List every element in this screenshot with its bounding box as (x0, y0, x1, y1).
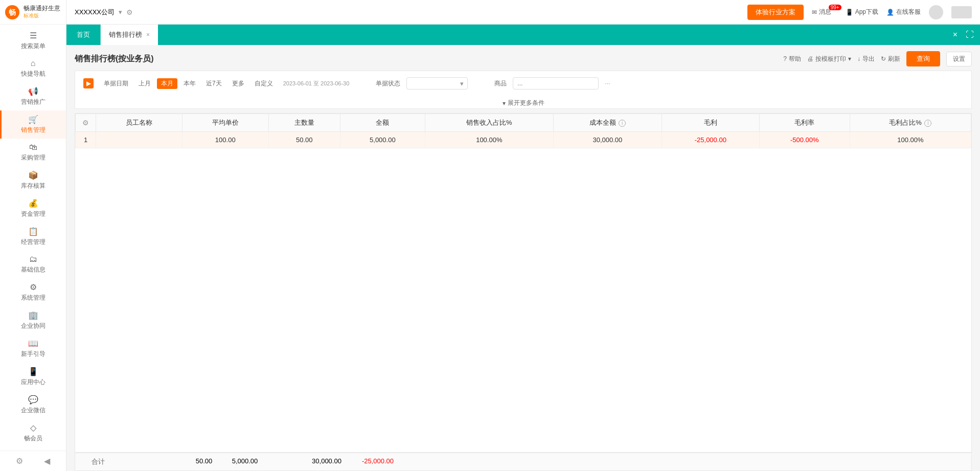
expand-conditions-btn[interactable]: ▾ 展开更多条件 (75, 96, 971, 108)
sidebar-item-shortcut[interactable]: ⌂ 快捷导航 (0, 55, 66, 82)
date-tab-more[interactable]: 更多 (228, 78, 248, 89)
settings-button[interactable]: 设置 (946, 52, 972, 66)
tab-maximize-icon[interactable]: ⛶ (964, 28, 976, 41)
goods-input[interactable] (513, 77, 599, 89)
export-icon: ↓ (857, 55, 860, 62)
tab-close-icon[interactable]: × (146, 31, 150, 38)
goods-label: 商品 (494, 79, 507, 88)
sidebar-item-wechat[interactable]: 💬 企业微信 (0, 391, 66, 419)
sidebar-settings-icon[interactable]: ⚙ (16, 456, 23, 466)
cell-gross: -25,000.00 (662, 132, 759, 148)
sidebar-item-marketing[interactable]: 📢 营销推广 (0, 82, 66, 110)
date-tab-current-month[interactable]: 本月 (157, 78, 177, 89)
gross-pct-info-icon[interactable]: i (924, 120, 931, 127)
cell-gross-pct: 100.00% (850, 132, 971, 148)
more-fields-icon[interactable]: ··· (605, 80, 610, 87)
page-inner: 销售排行榜(按业务员) ? 帮助 🖨 按模板打印 ▾ ↓ 导出 (66, 45, 980, 471)
settings-icon[interactable]: ⚙ (126, 8, 133, 16)
sidebar-item-app[interactable]: 📱 应用中心 (0, 363, 66, 391)
help-button[interactable]: ? 帮助 (783, 55, 801, 63)
filter-main-row: ▶ 单据日期 上月 本月 本年 近7天 更多 自定义 2023-06-01 至 … (75, 71, 971, 96)
footer-amount: 5,000.00 (224, 457, 265, 466)
sidebar-item-finance[interactable]: 💰 资金管理 (0, 194, 66, 222)
th-gross: 毛利 (662, 114, 759, 132)
app-download-button[interactable]: 📱 App下载 (846, 8, 878, 16)
th-employee: 员工名称 (96, 114, 183, 132)
sidebar-item-guide[interactable]: 📖 新手引导 (0, 334, 66, 363)
help-icon: ? (783, 55, 787, 62)
logo-title: 畅康通好生意 (24, 5, 60, 13)
query-button[interactable]: 查询 (906, 51, 940, 66)
user-avatar[interactable] (929, 5, 943, 19)
cost-info-icon[interactable]: i (619, 120, 626, 127)
footer-label: 合计 (81, 457, 184, 466)
footer-gross: -25,000.00 (357, 457, 398, 466)
tab-bar: 首页 销售排行榜 × × ⛶ (66, 25, 980, 45)
company-selector[interactable]: XXXXXX公司 ▾ ⚙ (75, 8, 133, 17)
sidebar-item-operations[interactable]: 📋 经营管理 (0, 222, 66, 251)
refresh-icon: ↻ (881, 55, 886, 62)
sidebar-item-label: 应用中心 (21, 378, 45, 387)
sidebar-item-search[interactable]: ☰ 搜索菜单 (0, 27, 66, 55)
sidebar-item-basic[interactable]: 🗂 基础信息 (0, 251, 66, 278)
table-footer: 合计 50.00 5,000.00 30,000.00 -25,000.00 (75, 452, 971, 470)
date-tab-7days[interactable]: 近7天 (202, 78, 226, 89)
sidebar-menu: ☰ 搜索菜单 ⌂ 快捷导航 📢 营销推广 🛒 销售管理 🛍 采购管理 📦 库存核… (0, 25, 66, 451)
sidebar-item-sales[interactable]: 🛒 销售管理 (0, 110, 66, 139)
th-avg-price: 平均单价 (182, 114, 268, 132)
home-icon: ⌂ (31, 59, 36, 68)
filter-toggle-btn[interactable]: ▶ (83, 78, 94, 88)
tab-home[interactable]: 首页 (66, 25, 101, 45)
basic-icon: 🗂 (29, 255, 37, 264)
app-download-icon: 📱 (846, 9, 853, 16)
date-tab-year[interactable]: 本年 (179, 78, 200, 89)
trial-button[interactable]: 体验行业方案 (747, 5, 804, 20)
tab-bar-right: × ⛶ (951, 28, 980, 41)
tab-close-window-icon[interactable]: × (951, 28, 960, 41)
sidebar-collapse-icon[interactable]: ◀ (44, 456, 50, 466)
tab-sales-ranking[interactable]: 销售排行榜 × (101, 25, 158, 45)
message-button[interactable]: ✉ 消息 99+ (812, 8, 837, 16)
th-settings[interactable]: ⚙ (76, 114, 96, 132)
sidebar-item-label: 企业微信 (21, 406, 45, 415)
sidebar-item-label: 搜索菜单 (21, 42, 45, 51)
search-menu-icon: ☰ (30, 31, 37, 40)
filter-section: ▶ 单据日期 上月 本月 本年 近7天 更多 自定义 2023-06-01 至 … (75, 71, 972, 109)
th-sales-pct: 销售收入占比% (425, 114, 553, 132)
cell-amount: 5,000.00 (340, 132, 425, 148)
service-button[interactable]: 👤 在线客服 (886, 8, 921, 16)
date-tab-prev-month[interactable]: 上月 (134, 78, 155, 89)
footer-cost: 30,000.00 (306, 457, 347, 466)
refresh-button[interactable]: ↻ 刷新 (881, 55, 900, 63)
sidebar-item-inventory[interactable]: 📦 库存核算 (0, 166, 66, 194)
print-button[interactable]: 🖨 按模板打印 ▾ (807, 55, 851, 63)
service-icon: 👤 (886, 9, 894, 16)
header-icons: ✉ 消息 99+ 📱 App下载 👤 在线客服 (812, 5, 972, 19)
sidebar-item-member[interactable]: ◇ 畅会员 (0, 419, 66, 447)
cell-sales-pct: 100.00% (425, 132, 553, 148)
table-settings-icon[interactable]: ⚙ (82, 119, 89, 127)
sidebar-item-enterprise[interactable]: 🏢 企业协同 (0, 306, 66, 334)
date-range-display: 2023-06-01 至 2023-06-30 (283, 80, 350, 87)
status-select[interactable] (406, 77, 468, 89)
status-select-wrapper (406, 77, 468, 89)
svg-text:畅: 畅 (9, 8, 16, 16)
date-tab-custom[interactable]: 自定义 (250, 78, 277, 89)
app-download-label: App下载 (855, 8, 878, 16)
export-button[interactable]: ↓ 导出 (857, 55, 875, 63)
sidebar-item-label: 系统管理 (21, 294, 45, 302)
member-icon: ◇ (30, 423, 36, 433)
data-table: ⚙ 员工名称 平均单价 主数量 (75, 114, 971, 148)
sidebar-item-purchase[interactable]: 🛍 采购管理 (0, 139, 66, 166)
operations-icon: 📋 (28, 227, 38, 236)
cell-employee (96, 132, 183, 148)
sidebar-item-label: 资金管理 (21, 210, 45, 218)
th-amount: 全额 (340, 114, 425, 132)
date-tabs: 上月 本月 本年 近7天 更多 自定义 2023-06-01 至 2023-06… (134, 78, 349, 89)
print-dropdown-icon: ▾ (848, 55, 851, 62)
table-scroll: ⚙ 员工名称 平均单价 主数量 (75, 114, 971, 452)
inventory-icon: 📦 (28, 170, 38, 180)
sidebar-item-system[interactable]: ⚙ 系统管理 (0, 278, 66, 306)
message-icon: ✉ (812, 9, 817, 16)
main-area: XXXXXX公司 ▾ ⚙ 体验行业方案 ✉ 消息 99+ 📱 App下载 👤 在… (66, 0, 980, 471)
